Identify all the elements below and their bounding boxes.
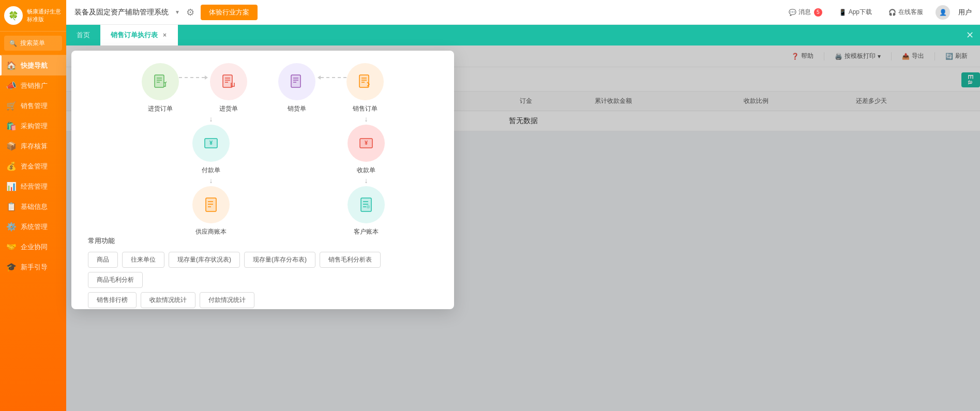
supplier-ledger-label: 供应商账本 xyxy=(195,227,227,236)
tab-sales-label: 销售订单执行表 xyxy=(111,31,158,40)
func-btn-payment-stat[interactable]: 付款情况统计 xyxy=(200,292,254,308)
handshake-icon: 🤝 xyxy=(6,242,17,252)
bag-icon: 🛍️ xyxy=(6,121,17,131)
svg-rect-11 xyxy=(291,75,300,87)
message-label: 消息 xyxy=(798,8,811,17)
sidebar-item-label: 基础信息 xyxy=(21,202,48,211)
sidebar-item-operation[interactable]: 📊 经营管理 xyxy=(0,176,66,196)
sidebar-item-guide[interactable]: 🎓 新手引导 xyxy=(0,257,66,277)
purchase-bill-circle[interactable] xyxy=(210,63,247,100)
func-btn-goods-profit[interactable]: 商品毛利分析 xyxy=(88,272,143,288)
func-btn-sales-rank[interactable]: 销售排行榜 xyxy=(88,292,137,308)
sidebar-item-inventory[interactable]: 📦 库存核算 xyxy=(0,136,66,156)
func-btn-partner[interactable]: 往来单位 xyxy=(122,252,164,268)
sales-bill-circle[interactable] xyxy=(278,63,315,100)
sidebar-nav: 🏠 快捷导航 📣 营销推广 🛒 销售管理 🛍️ 采购管理 📦 库存核算 💰 资金… xyxy=(0,55,66,411)
message-badge: 5 xyxy=(814,8,822,17)
payment-bill-label: 付款单 xyxy=(202,166,220,175)
gear-icon: ⚙️ xyxy=(6,222,17,232)
chart-icon: 📊 xyxy=(6,181,17,191)
flow-diagram-top: 进货订单 xyxy=(71,51,454,236)
sidebar-logo: 🍀 畅康通好生意 标准版 xyxy=(0,0,66,32)
sidebar-item-label: 资金管理 xyxy=(21,162,48,171)
supplier-ledger-circle[interactable] xyxy=(192,186,230,223)
svg-rect-0 xyxy=(155,75,164,87)
sidebar: 🍀 畅康通好生意 标准版 🔍 搜索菜单 🏠 快捷导航 📣 营销推广 🛒 销售管理… xyxy=(0,0,66,411)
sales-bill-label: 销货单 xyxy=(288,104,306,113)
svg-rect-32 xyxy=(361,198,371,211)
megaphone-icon: 📣 xyxy=(6,81,17,90)
arrow-down-customer: ↓ xyxy=(365,177,368,184)
sidebar-item-label: 系统管理 xyxy=(21,222,48,232)
sidebar-item-system[interactable]: ⚙️ 系统管理 xyxy=(0,217,66,237)
tab-home[interactable]: 首页 xyxy=(66,25,100,45)
sidebar-item-label: 销售管理 xyxy=(21,101,48,111)
sidebar-item-label: 营销推广 xyxy=(21,81,48,90)
header-dropdown-arrow[interactable]: ▼ xyxy=(175,9,180,15)
func-btn-receipt-stat[interactable]: 收款情况统计 xyxy=(141,292,195,308)
svg-text:¥: ¥ xyxy=(209,140,213,146)
message-button[interactable]: 💬 消息 5 xyxy=(785,6,826,19)
flow-col-sales-bill: 销货单 xyxy=(278,63,315,113)
tab-close-icon[interactable]: × xyxy=(162,31,168,40)
clipboard-icon: 📋 xyxy=(6,202,17,211)
svg-rect-16 xyxy=(359,75,369,87)
online-service-button[interactable]: 🎧 在线客服 xyxy=(884,6,927,19)
arrow-down-receipt: ↓ xyxy=(365,115,368,123)
sidebar-item-enterprise[interactable]: 🤝 企业协同 xyxy=(0,237,66,257)
sales-order-label: 销售订单 xyxy=(353,104,378,113)
sidebar-item-label: 企业协同 xyxy=(21,242,48,252)
sidebar-item-quick-nav[interactable]: 🏠 快捷导航 xyxy=(0,55,66,75)
sidebar-item-label: 采购管理 xyxy=(21,121,48,131)
payment-circle[interactable]: ¥ xyxy=(192,125,230,162)
sales-order-circle[interactable] xyxy=(346,63,384,100)
common-functions: 常用功能 商品 往来单位 现存量(库存状况表) 现存量(库存分布表) 销售毛利分… xyxy=(71,236,454,309)
sidebar-item-sales[interactable]: 🛒 销售管理 xyxy=(0,96,66,116)
sidebar-item-label: 经营管理 xyxy=(21,182,48,191)
common-func-title: 常用功能 xyxy=(88,236,438,246)
app-download-button[interactable]: 📱 App下载 xyxy=(835,6,876,19)
settings-icon[interactable]: ⚙ xyxy=(186,7,194,18)
money-icon: 💰 xyxy=(6,161,17,171)
func-btn-stock-dist[interactable]: 现存量(库存分布表) xyxy=(244,252,315,268)
sidebar-item-label: 库存核算 xyxy=(21,142,48,151)
sidebar-item-marketing[interactable]: 📣 营销推广 xyxy=(0,75,66,96)
sidebar-search[interactable]: 🔍 搜索菜单 xyxy=(0,32,66,55)
sidebar-item-basic-info[interactable]: 📋 基础信息 xyxy=(0,196,66,217)
service-icon: 🎧 xyxy=(888,9,896,16)
sidebar-item-label: 快捷导航 xyxy=(21,61,48,70)
message-icon: 💬 xyxy=(789,9,796,16)
svg-rect-24 xyxy=(206,198,216,211)
flow-col-purchase-bill: 进货单 xyxy=(210,63,247,113)
func-btn-sales-profit[interactable]: 销售毛利分析表 xyxy=(320,252,381,268)
svg-line-5 xyxy=(165,82,167,83)
user-name: 用户 xyxy=(958,8,972,17)
func-btn-goods[interactable]: 商品 xyxy=(88,252,118,268)
purchase-order-label: 进货订单 xyxy=(148,104,173,113)
customer-ledger-circle[interactable] xyxy=(348,186,385,223)
func-btn-group: 商品 往来单位 现存量(库存状况表) 现存量(库存分布表) 销售毛利分析表 商品… xyxy=(88,252,438,288)
flow-col-payment: ↓ ¥ 付款单 ↓ xyxy=(185,113,237,236)
experience-btn[interactable]: 体验行业方案 xyxy=(201,5,258,20)
search-menu-button[interactable]: 🔍 搜索菜单 xyxy=(4,36,62,51)
top-header: 装备及固定资产辅助管理系统 ▼ ⚙ 体验行业方案 💬 消息 5 📱 App下载 … xyxy=(66,0,980,25)
tab-sales-order-exec[interactable]: 销售订单执行表 × xyxy=(100,25,178,45)
purchase-order-circle[interactable] xyxy=(142,63,179,100)
sidebar-item-finance[interactable]: 💰 资金管理 xyxy=(0,156,66,176)
receipt-bill-label: 收款单 xyxy=(357,166,375,175)
user-area: 💬 消息 5 📱 App下载 🎧 在线客服 👤 用户 xyxy=(785,5,972,20)
sidebar-item-label: 新手引导 xyxy=(21,263,48,272)
graduation-icon: 🎓 xyxy=(6,262,17,272)
customer-ledger-label: 客户账本 xyxy=(354,227,379,236)
flow-col-purchase-order: 进货订单 xyxy=(142,63,179,113)
func-btn-stock-status[interactable]: 现存量(库存状况表) xyxy=(169,252,240,268)
sidebar-item-purchase[interactable]: 🛍️ 采购管理 xyxy=(0,116,66,136)
app-download-label: App下载 xyxy=(849,8,872,17)
popup-overlay: 进货订单 xyxy=(66,45,980,411)
online-service-label: 在线客服 xyxy=(898,8,923,17)
download-icon: 📱 xyxy=(839,9,847,16)
tab-home-label: 首页 xyxy=(77,31,90,40)
tabs-close-all[interactable]: ✕ xyxy=(966,29,974,41)
flow-col-sales-order: 销售订单 xyxy=(346,63,384,113)
receipt-circle[interactable]: ¥ xyxy=(348,125,385,162)
